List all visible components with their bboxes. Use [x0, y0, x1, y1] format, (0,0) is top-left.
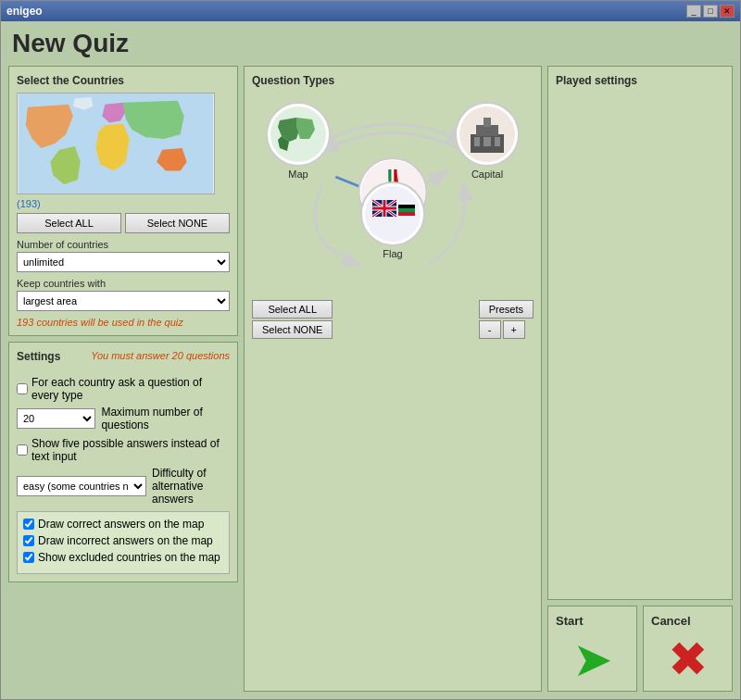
world-map[interactable] — [17, 93, 215, 194]
qt-capital-circle — [455, 102, 520, 167]
draw-correct-label: Draw correct answers on the map — [38, 518, 204, 531]
num-countries-label: Number of countries — [17, 239, 230, 250]
max-questions-label: Maximum number of questions — [101, 406, 230, 431]
keep-label: Keep countries with — [17, 278, 230, 289]
five-answers-label: Show five possible answers instead of te… — [31, 437, 230, 463]
qt-map-label: Map — [288, 169, 308, 180]
svg-rect-8 — [495, 137, 500, 146]
played-settings-panel: Played settings — [547, 66, 733, 600]
page-title: New Quiz — [8, 29, 733, 58]
qt-capital-label: Capital — [471, 169, 503, 180]
map-options-box: Draw correct answers on the map Draw inc… — [17, 511, 230, 574]
app-window: enigeo _ □ ✕ New Quiz Select the Countri… — [0, 0, 741, 700]
difficulty-select[interactable]: easy (some countries nearby) medium hard — [17, 476, 146, 496]
qt-select-none-button[interactable]: Select NONE — [252, 320, 333, 339]
settings-header: Settings You must answer 20 questions — [17, 350, 230, 369]
cancel-label: Cancel — [651, 614, 691, 628]
presets-mini-buttons: - + — [479, 320, 534, 339]
qt-flag-item[interactable]: Flag — [360, 181, 425, 259]
start-panel[interactable]: Start ➤ — [547, 606, 637, 692]
played-settings-title: Played settings — [556, 74, 724, 87]
minimize-button[interactable]: _ — [686, 5, 701, 18]
country-count: (193) — [17, 198, 230, 209]
draw-incorrect-label: Draw incorrect answers on the map — [38, 534, 213, 547]
keep-select[interactable]: largest area smallest area — [17, 291, 230, 311]
draw-incorrect-checkbox[interactable] — [23, 535, 34, 546]
svg-rect-15 — [398, 212, 415, 216]
right-panel: Played settings Start ➤ Cancel ✖ — [547, 66, 733, 692]
qt-map-item[interactable]: Map — [266, 102, 331, 180]
title-bar: enigeo _ □ ✕ — [1, 1, 740, 21]
presets-button[interactable]: Presets — [479, 300, 534, 319]
difficulty-label: Difficulty of alternative answers — [152, 467, 230, 506]
start-arrow-icon: ➤ — [572, 635, 613, 683]
svg-rect-14 — [398, 205, 415, 208]
show-excluded-checkbox[interactable] — [23, 552, 34, 563]
qt-flag-label: Flag — [383, 248, 402, 259]
select-all-countries-button[interactable]: Select ALL — [17, 213, 121, 233]
five-answers-row: Show five possible answers instead of te… — [17, 437, 230, 463]
close-button[interactable]: ✕ — [720, 5, 735, 18]
show-excluded-row: Show excluded countries on the map — [23, 551, 223, 564]
select-none-countries-button[interactable]: Select NONE — [125, 213, 230, 233]
select-countries-panel: Select the Countries — [8, 66, 238, 336]
cancel-panel[interactable]: Cancel ✖ — [643, 606, 733, 692]
settings-title: Settings — [17, 350, 60, 363]
num-countries-select[interactable]: unlimited 10 20 50 — [17, 252, 230, 272]
qt-flag-circle — [360, 181, 425, 246]
question-types-panel: Question Types — [244, 66, 542, 692]
start-cancel-row: Start ➤ Cancel ✖ — [547, 606, 733, 692]
must-answer-text: You must answer 20 questions — [91, 350, 230, 361]
qt-map-circle — [266, 102, 331, 167]
question-types-title: Question Types — [252, 74, 534, 87]
max-questions-row: 20 10 30 50 Maximum number of questions — [17, 406, 230, 431]
question-types-diagram: Map — [252, 93, 534, 296]
title-bar-buttons: _ □ ✕ — [686, 5, 735, 18]
svg-rect-7 — [484, 137, 491, 146]
middle-panel: Question Types — [244, 66, 542, 692]
every-type-row: For each country ask a question of every… — [17, 376, 230, 402]
window-title: enigeo — [6, 5, 43, 18]
max-questions-select[interactable]: 20 10 30 50 — [17, 408, 95, 429]
every-type-label: For each country ask a question of every… — [31, 376, 230, 402]
show-excluded-label: Show excluded countries on the map — [38, 551, 220, 564]
draw-correct-checkbox[interactable] — [23, 519, 34, 530]
every-type-checkbox[interactable] — [17, 383, 28, 394]
left-panel: Select the Countries — [8, 66, 238, 692]
draw-incorrect-row: Draw incorrect answers on the map — [23, 534, 223, 547]
main-panels: Select the Countries — [8, 66, 733, 692]
presets-minus-button[interactable]: - — [479, 320, 501, 339]
settings-panel: Settings You must answer 20 questions Fo… — [8, 342, 238, 582]
svg-rect-5 — [484, 118, 491, 127]
difficulty-row: easy (some countries nearby) medium hard… — [17, 467, 230, 506]
presets-plus-button[interactable]: + — [503, 320, 525, 339]
presets-section: Presets - + — [479, 300, 534, 339]
select-countries-title: Select the Countries — [17, 74, 230, 87]
qt-select-buttons: Select ALL Select NONE — [252, 300, 333, 339]
start-label: Start — [556, 614, 584, 628]
qt-capital-item[interactable]: Capital — [455, 102, 520, 180]
select-buttons-row: Select ALL Select NONE — [17, 213, 230, 233]
qt-select-all-button[interactable]: Select ALL — [252, 300, 333, 319]
cancel-x-icon: ✖ — [668, 635, 709, 683]
svg-rect-6 — [474, 137, 480, 146]
five-answers-checkbox[interactable] — [17, 444, 28, 456]
draw-correct-row: Draw correct answers on the map — [23, 518, 223, 531]
maximize-button[interactable]: □ — [703, 5, 718, 18]
window-content: New Quiz Select the Countries — [1, 21, 740, 699]
countries-info: 193 countries will be used in the quiz — [17, 317, 230, 328]
svg-rect-1 — [270, 106, 326, 162]
